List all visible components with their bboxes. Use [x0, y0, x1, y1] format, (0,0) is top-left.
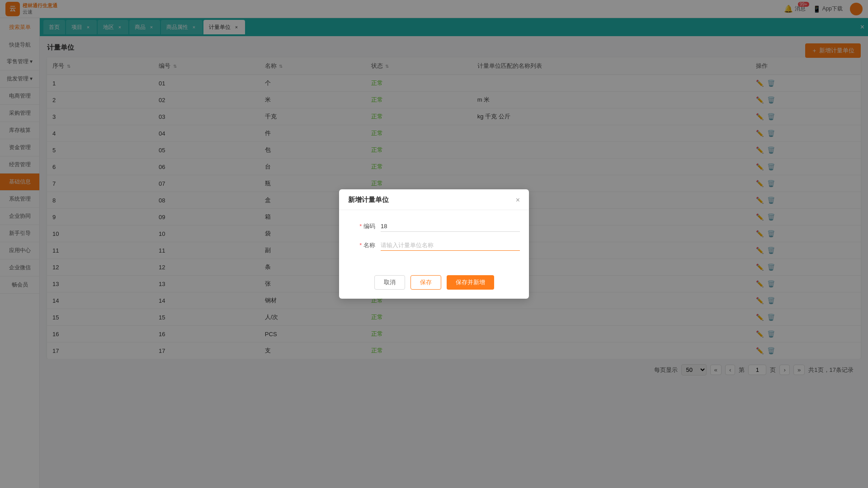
modal-overlay: 新增计量单位 × * 编码 * 名称 取消 保存 保存并新增 — [0, 0, 868, 488]
name-label-text: 名称 — [363, 242, 375, 249]
code-required-star: * — [359, 223, 362, 230]
name-required-star: * — [359, 242, 362, 249]
form-row-name: * 名称 — [348, 240, 520, 251]
save-button[interactable]: 保存 — [410, 275, 441, 290]
add-unit-dialog: 新增计量单位 × * 编码 * 名称 取消 保存 保存并新增 — [339, 189, 529, 299]
name-label: * 名称 — [348, 241, 375, 249]
dialog-body: * 编码 * 名称 — [339, 210, 529, 270]
dialog-header: 新增计量单位 × — [339, 189, 529, 210]
code-input[interactable] — [381, 221, 520, 232]
dialog-footer: 取消 保存 保存并新增 — [339, 270, 529, 299]
code-label: * 编码 — [348, 222, 375, 230]
save-and-add-button[interactable]: 保存并新增 — [447, 275, 494, 290]
cancel-button[interactable]: 取消 — [374, 275, 405, 290]
dialog-title: 新增计量单位 — [348, 196, 389, 204]
name-input[interactable] — [381, 240, 520, 251]
dialog-close-button[interactable]: × — [516, 197, 520, 204]
form-row-code: * 编码 — [348, 221, 520, 232]
code-label-text: 编码 — [363, 223, 375, 230]
